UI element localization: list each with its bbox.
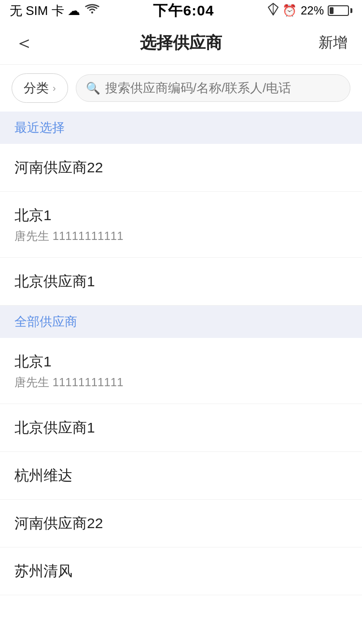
item-detail: 唐先生 11111111111 bbox=[14, 375, 348, 390]
svg-point-0 bbox=[91, 12, 93, 14]
alarm-icon: ⏰ bbox=[282, 4, 297, 17]
recent-list: 河南供应商22北京1唐先生 11111111111北京供应商1 bbox=[0, 144, 362, 306]
back-button[interactable]: ＜ bbox=[14, 29, 53, 56]
filter-bar: 分类 › 🔍 bbox=[0, 65, 362, 112]
sim-status: 无 SIM 卡 ☁ bbox=[10, 2, 80, 19]
add-button[interactable]: 新增 bbox=[309, 33, 348, 53]
list-item[interactable]: 河南供应商22 bbox=[0, 500, 362, 547]
status-left: 无 SIM 卡 ☁ bbox=[10, 2, 99, 19]
nav-bar: ＜ 选择供应商 新增 bbox=[0, 21, 362, 65]
status-bar: 无 SIM 卡 ☁ 下午6:04 ⏰ 22% bbox=[0, 0, 362, 21]
list-item[interactable]: 北京供应商1 bbox=[0, 258, 362, 306]
all-list: 北京1唐先生 11111111111北京供应商1杭州维达河南供应商22苏州清风 bbox=[0, 338, 362, 595]
item-name: 苏州清风 bbox=[14, 561, 348, 581]
search-icon: 🔍 bbox=[86, 82, 100, 95]
battery-percent: 22% bbox=[301, 4, 324, 17]
item-name: 北京供应商1 bbox=[14, 271, 348, 292]
item-name: 北京供应商1 bbox=[14, 418, 348, 438]
list-item[interactable]: 北京1唐先生 11111111111 bbox=[0, 192, 362, 258]
list-item[interactable]: 北京1唐先生 11111111111 bbox=[0, 338, 362, 404]
status-time: 下午6:04 bbox=[153, 1, 214, 21]
category-button[interactable]: 分类 › bbox=[12, 73, 68, 103]
location-icon bbox=[268, 3, 278, 18]
search-box[interactable]: 🔍 bbox=[76, 74, 350, 102]
page-title: 选择供应商 bbox=[53, 32, 309, 54]
list-item[interactable]: 苏州清风 bbox=[0, 547, 362, 595]
all-section-header: 全部供应商 bbox=[0, 306, 362, 338]
list-item[interactable]: 北京供应商1 bbox=[0, 404, 362, 452]
item-name: 北京1 bbox=[14, 205, 348, 225]
recent-section-label: 最近选择 bbox=[14, 120, 65, 135]
item-detail: 唐先生 11111111111 bbox=[14, 228, 348, 244]
item-name: 河南供应商22 bbox=[14, 157, 348, 178]
list-item[interactable]: 杭州维达 bbox=[0, 452, 362, 500]
all-section-label: 全部供应商 bbox=[14, 314, 77, 329]
item-name: 北京1 bbox=[14, 351, 348, 372]
search-input[interactable] bbox=[105, 81, 340, 96]
wifi-icon bbox=[85, 3, 99, 18]
recent-section-header: 最近选择 bbox=[0, 112, 362, 144]
list-item[interactable]: 河南供应商22 bbox=[0, 144, 362, 192]
battery-icon bbox=[328, 5, 352, 16]
status-right: ⏰ 22% bbox=[268, 3, 352, 18]
item-name: 河南供应商22 bbox=[14, 513, 348, 533]
chevron-right-icon: › bbox=[53, 83, 56, 94]
category-label: 分类 bbox=[24, 80, 49, 97]
item-name: 杭州维达 bbox=[14, 465, 348, 486]
